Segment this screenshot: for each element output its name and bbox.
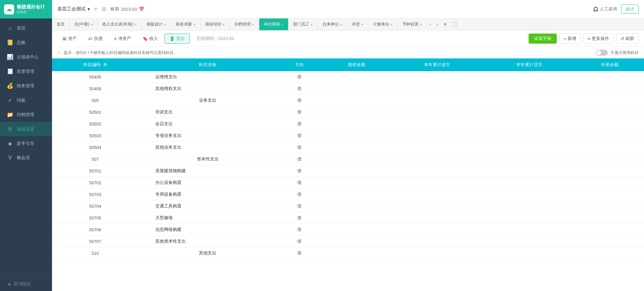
subtab-expense[interactable]: 💲 支出 xyxy=(164,34,190,44)
tab-close-icon[interactable]: × xyxy=(311,22,313,27)
sidebar-item-guide[interactable]: ◈ 新手引导 xyxy=(0,136,52,151)
table-row[interactable]: 50701房屋建筑物购建借 xyxy=(52,165,644,177)
cell-ytd-credit xyxy=(483,200,575,212)
subtab-equity[interactable]: ≡ 净资产 xyxy=(109,34,136,44)
subtab-asset[interactable]: 🏛 资产 xyxy=(57,34,82,44)
table-row[interactable]: 505业务支出借 xyxy=(52,95,644,106)
cell-ytd-debit xyxy=(391,224,483,236)
subtab-liability[interactable]: 🏷 负债 xyxy=(83,34,108,44)
subtab-income[interactable]: 🔖 收入 xyxy=(138,34,163,44)
table-row[interactable]: 50703专用设备购置借 xyxy=(52,189,644,200)
sidebar-item-ledger[interactable]: 📒 总账 xyxy=(0,35,52,50)
tab-taxlist[interactable]: 税表清册 × xyxy=(171,18,200,31)
sidebar-item-home[interactable]: ⌂ 首页 xyxy=(0,21,52,35)
subtab-label: 负债 xyxy=(94,36,103,42)
app-logo-icon: ☁ xyxy=(4,4,14,14)
cell-name: 专项业务支出 xyxy=(139,130,277,142)
subject-table: 科目编码 ⚙ 科目名称 方向 期初余额 本年累计借方 本年累计贷方 年初余额 5… xyxy=(52,58,644,259)
notice-bar: ⚠ 提示：按Ctrl + F键并输入科目编码或者科目名称可以查找科目。 不显示禁… xyxy=(52,47,644,58)
tab-label: 期末结转 xyxy=(205,21,221,27)
table-row[interactable]: 50706信息网络购建借 xyxy=(52,224,644,236)
sidebar-item-invoice[interactable]: 🧾 发票管理 xyxy=(0,64,52,79)
table-row[interactable]: 50704交通工具购置借 xyxy=(52,200,644,212)
app-logo-text: 畅捷通好会计 体验版 xyxy=(17,4,45,14)
tab-scroll-right[interactable]: › xyxy=(434,18,441,31)
table-row[interactable]: 50405运维维支出借 xyxy=(52,71,644,83)
tab-close-icon[interactable]: × xyxy=(252,22,254,27)
tab-close-icon[interactable]: × xyxy=(281,22,283,27)
balance-button[interactable]: 试算平衡 xyxy=(529,34,557,44)
table-row[interactable]: 50702办公设备购置借 xyxy=(52,177,644,189)
tab-close-icon[interactable]: × xyxy=(390,22,392,27)
table-row[interactable]: 50502会议支出借 xyxy=(52,118,644,130)
cell-ytd-debit xyxy=(391,71,483,83)
tab-home[interactable]: 首页 xyxy=(52,18,70,31)
period-info: 账期 2023-03 📅 xyxy=(110,6,145,12)
disable-toggle[interactable] xyxy=(596,50,608,56)
table-row[interactable]: 50504其他业务支出借 xyxy=(52,142,644,153)
cell-code: 50502 xyxy=(52,118,139,130)
tab-unit[interactable]: 计量单位 × xyxy=(368,18,397,31)
tab-inventory[interactable]: 存货 × xyxy=(347,18,368,31)
cell-year-opening xyxy=(575,142,644,153)
help-button[interactable]: 🎧 人工咨询 xyxy=(593,6,617,12)
tab-dept[interactable]: 部门员工 × xyxy=(288,18,318,31)
table-row[interactable]: 510其他支出借 xyxy=(52,247,644,259)
tab-close-icon[interactable]: × xyxy=(340,22,342,27)
tab-close-icon[interactable]: × xyxy=(135,22,137,27)
tab-template[interactable]: 模版设计 × xyxy=(142,18,171,31)
table-row[interactable]: 50705大型修缮借 xyxy=(52,212,644,224)
table-row[interactable]: 50406其他维权支出借 xyxy=(52,83,644,95)
tab-close-icon[interactable]: × xyxy=(223,22,225,27)
refresh-button[interactable]: ↺ 刷新 xyxy=(616,33,639,44)
sidebar-item-tax[interactable]: 💰 税务管理 xyxy=(0,79,52,93)
company-selector[interactable]: 基层工会测试 ▾ xyxy=(57,6,90,12)
home-icon: ⌂ xyxy=(7,25,13,31)
tab-subject-init[interactable]: 科目期初 × xyxy=(259,18,288,31)
cell-code: 510 xyxy=(52,247,139,259)
cell-code: 50504 xyxy=(52,142,139,153)
member-icon: V xyxy=(7,155,13,161)
table-row[interactable]: 50501培训支出借 xyxy=(52,106,644,118)
equity-icon: ≡ xyxy=(114,36,117,41)
cell-ytd-credit xyxy=(483,118,575,130)
tab-period-close[interactable]: 期末结转 × xyxy=(201,18,230,31)
cell-name: 资本性支出 xyxy=(139,153,277,165)
tab-close-icon[interactable]: × xyxy=(193,22,195,27)
settings-icon[interactable]: ⚙ xyxy=(103,62,107,67)
tab-maximize[interactable]: ⛶ xyxy=(450,18,460,31)
tab-close-icon[interactable]: × xyxy=(91,22,93,27)
account-button[interactable]: 会计 xyxy=(621,4,639,14)
tab-close-icon[interactable]: × xyxy=(361,22,363,27)
sidebar-item-basic[interactable]: ⚙ 基础设置 xyxy=(0,122,52,136)
col-ytd-debit: 本年累计借方 xyxy=(391,58,483,71)
tab-partners[interactable]: 往来单位 × xyxy=(318,18,347,31)
add-button[interactable]: + 新增 xyxy=(559,33,581,44)
table-row[interactable]: 50707其他资本性支出借 xyxy=(52,236,644,247)
tab-scroll-left[interactable]: ‹ xyxy=(427,18,434,31)
collapse-label: 取消固定 xyxy=(14,281,31,287)
cell-opening-balance xyxy=(322,165,391,177)
add-workspace-button[interactable]: + xyxy=(94,6,98,13)
workspace-settings-button[interactable]: ⚙ xyxy=(102,6,106,12)
tab-close-icon[interactable]: × xyxy=(164,22,166,27)
sidebar-item-member[interactable]: V 畅会员 xyxy=(0,151,52,165)
tab-archive[interactable]: 归档管理 × xyxy=(230,18,259,31)
cell-ytd-credit xyxy=(483,95,575,106)
sidebar-item-reports[interactable]: 📊 云报表中心 xyxy=(0,50,52,64)
tab-close-icon[interactable]: × xyxy=(420,22,422,27)
sidebar-logo: ☁ 畅捷通好会计 体验版 xyxy=(0,0,52,18)
sidebar-item-archive[interactable]: 📁 归档管理 xyxy=(0,107,52,122)
tab-close-all[interactable]: ✕ xyxy=(441,18,450,31)
table-row[interactable]: 50503专项业务支出借 xyxy=(52,130,644,142)
tab-interim[interactable]: 仅(中期) × xyxy=(70,18,98,31)
cell-code: 50501 xyxy=(52,106,139,118)
tab-currency[interactable]: 币种设置 × xyxy=(398,18,427,31)
add-label: 新增 xyxy=(568,36,576,42)
tab-annual[interactable]: 收入支出表(年报) × xyxy=(98,18,142,31)
sidebar-item-settlement[interactable]: ✓ 结账 xyxy=(0,93,52,107)
sidebar-footer-collapse[interactable]: ◄ 取消固定 xyxy=(0,277,52,291)
more-actions-button[interactable]: ≡ 更多操作 xyxy=(583,33,613,44)
table-row[interactable]: 507资本性支出借 xyxy=(52,153,644,165)
collapse-icon: ◄ xyxy=(7,282,11,287)
